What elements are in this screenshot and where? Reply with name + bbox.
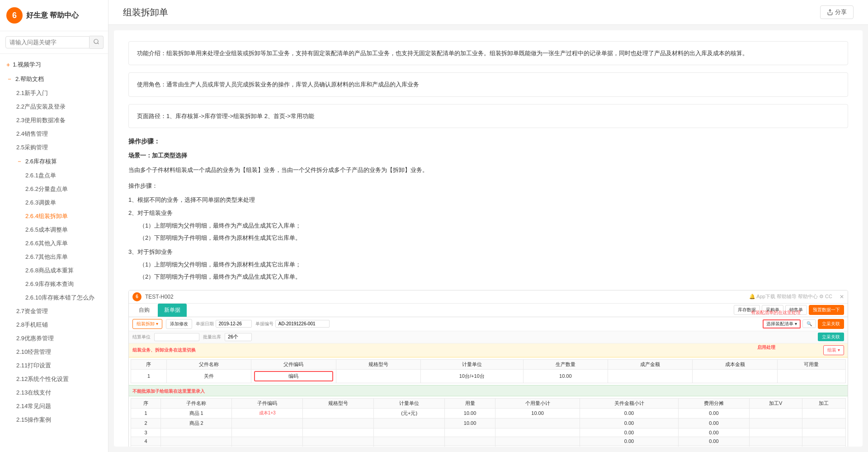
nav-sub-docs-sub5[interactable]: 2.5采购管理 xyxy=(0,141,108,154)
ss-tab-zigo[interactable]: 自购 xyxy=(132,304,156,317)
ss-btn-submit[interactable]: 立采关联 xyxy=(818,333,844,341)
ss-annotation-bulk: 不能批添加子给组装在这里置里录入 xyxy=(132,389,205,394)
nav-subsub-docs-sub6-6[interactable]: 2.6.6其他入库单 xyxy=(0,237,108,250)
scenario1-desc1: 当由多个子件材料组装成一个成品的业务为【组装】业务，当由一个父件拆分成多个子产品… xyxy=(128,165,848,176)
sidebar: 6 好生意 帮助中心 +1.视频学习－2.帮助文档2.1新手入门2.2产品安装及… xyxy=(0,0,108,452)
table-row: 5 xyxy=(131,445,846,447)
minus-icon: － xyxy=(6,75,13,83)
step3: 3、对于拆卸业务 xyxy=(128,247,848,258)
nav-sub-docs-sub3[interactable]: 2.3使用前数据准备 xyxy=(0,114,108,127)
step2: 2、对于组装业务 xyxy=(128,208,848,219)
ss-tab-new[interactable]: 新单据 xyxy=(158,304,187,317)
ss-bottom-table-container: 序 子件名称 子件编码 规格型号 计量单位 用量 个用量小计 关件金额小计 费用… xyxy=(129,396,848,447)
ss-titlebar: 6 TEST-H002 🔔 App下载 帮助辅导 帮助中心 ⚙ CC ✕ xyxy=(129,290,848,304)
ss-col-spec: 规格型号 xyxy=(336,359,420,369)
ss-annotation-enable: 启用处理 xyxy=(757,344,775,351)
nav-sub-docs-sub15[interactable]: 2.15操作案例 xyxy=(0,413,108,427)
ss-date-field: 单据日期 xyxy=(196,320,252,328)
table-row: 2 商品 2 10.00 0.00 0.00 xyxy=(131,418,846,428)
ss-col-prod-qty: 生产数量 xyxy=(523,359,608,369)
ss-btn-op1[interactable]: 组装 ▾ xyxy=(823,345,844,355)
scenario1-title: 场景一：加工类型选择 xyxy=(128,150,848,162)
nav-subsub-docs-sub6-9[interactable]: 2.6.9库存账本查询 xyxy=(0,277,108,291)
share-button[interactable]: 分享 xyxy=(820,5,854,19)
step1: 1、根据不同的业务，选择不同单据的类型来处理 xyxy=(128,195,848,206)
nav-sub-docs-sub13[interactable]: 2.13在线支付 xyxy=(0,386,108,400)
nav-subsub-docs-sub6-10[interactable]: 2.6.10库存账本错了怎么办 xyxy=(0,291,108,305)
ss-red-input[interactable]: 编码 xyxy=(254,371,333,381)
ss-acct-input[interactable] xyxy=(154,333,199,341)
ss-acct-label: 结算单位 xyxy=(132,334,151,340)
ss-date-label: 单据日期 xyxy=(196,321,214,327)
ss-date-input[interactable] xyxy=(216,320,252,328)
ss-logo: 6 xyxy=(132,292,142,301)
table-row: 40.000.00 xyxy=(131,437,846,445)
screenshot: 6 TEST-H002 🔔 App下载 帮助辅导 帮助中心 ⚙ CC ✕ 自购 … xyxy=(129,290,848,447)
plus-icon: + xyxy=(6,61,10,68)
steps-title: 操作步骤： xyxy=(128,135,848,147)
ss-col-parent-code: 父件编码 xyxy=(251,359,336,369)
ss-col-cost-amt: 成本金额 xyxy=(693,359,777,369)
ss-annotation-bom: 有装配清单的在这里处理 xyxy=(751,309,801,316)
path-desc-text: 页面路径：1、库存核算->库存管理->组装拆卸单 2、首页->常用功能 xyxy=(137,113,314,119)
logo-area: 6 好生意 帮助中心 xyxy=(0,0,108,31)
page-title: 组装拆卸单 xyxy=(123,6,168,19)
nav-sub-docs-sub10[interactable]: 2.10经营管理 xyxy=(0,345,108,359)
nav-item-docs[interactable]: －2.帮助文档 xyxy=(0,72,108,86)
nav-subsub-active-docs-sub6-4[interactable]: 2.6.4组装拆卸单 xyxy=(0,209,108,223)
ss-tab-bar: 自购 新单据 库存数据 采购单 销售单 预置数据一下 xyxy=(129,304,848,317)
nav-sub-docs-sub2[interactable]: 2.2产品安装及登录 xyxy=(0,100,108,114)
table-row: 1 商品 1 成本1+3 (元+元) 10.00 10.00 0.00 0.00 xyxy=(131,408,846,418)
search-area xyxy=(0,31,108,54)
step2-2: （2）下部明细为子件明细，最终作为原材料生成其它出库单。 xyxy=(139,233,848,244)
ss-qty-label: 批量出库 xyxy=(203,334,221,340)
step3-1: （1）上部明细为父件明细，最终作为原材料生成其它出库单； xyxy=(139,259,848,271)
content-area: 功能介绍：组装拆卸单用来处理企业组装或拆卸等加工业务，支持有固定装配清单的产品加… xyxy=(114,30,863,447)
ss-btn-action[interactable]: 添加修改 xyxy=(166,319,192,329)
nav-sub-docs-sub7[interactable]: 2.7资金管理 xyxy=(0,305,108,318)
ss-btn-add-row[interactable]: 🔍 xyxy=(802,319,816,328)
nav-subsub-docs-sub6-7[interactable]: 2.6.7其他出库单 xyxy=(0,250,108,264)
search-input[interactable] xyxy=(5,36,90,48)
ss-btn-confirm[interactable]: 立采关联 xyxy=(818,319,844,329)
nav-subsub-docs-sub6-3[interactable]: 2.6.3调拨单 xyxy=(0,196,108,209)
step3-2: （2）下部明细为子件明细，最终作为产成品生成其它入库单。 xyxy=(139,271,848,283)
ss-red-box-assign: 选择装配清单 ▾ xyxy=(763,319,801,328)
function-desc-block: 功能介绍：组装拆卸单用来处理企业组装或拆卸等加工业务，支持有固定装配清单的产品加… xyxy=(128,41,848,65)
screenshot-container: 6 TEST-H002 🔔 App下载 帮助辅导 帮助中心 ⚙ CC ✕ 自购 … xyxy=(128,290,848,447)
ss-btn-preset[interactable]: 预置数据一下 xyxy=(809,305,844,315)
ss-col-unit: 计量单位 xyxy=(420,359,523,369)
nav-sub-docs-sub4[interactable]: 2.4销售管理 xyxy=(0,127,108,141)
nav-sub-docs-sub9[interactable]: 2.9优惠券管理 xyxy=(0,332,108,345)
nav-subsub-docs-sub6-1[interactable]: 2.6.1盘点单 xyxy=(0,169,108,182)
nav-list: +1.视频学习－2.帮助文档2.1新手入门2.2产品安装及登录2.3使用前数据准… xyxy=(0,54,108,430)
ss-col-seq: 序 xyxy=(131,359,167,369)
nav-sub-docs-sub11[interactable]: 2.11打印设置 xyxy=(0,359,108,372)
nav-sub-docs-sub12[interactable]: 2.12系统个性化设置 xyxy=(0,372,108,386)
table-row: 30.000.00 xyxy=(131,428,846,437)
minus-icon: － xyxy=(16,157,23,166)
logo-text: 好生意 帮助中心 xyxy=(26,11,79,20)
nav-subsub-docs-sub6-8[interactable]: 2.6.8商品成本重算 xyxy=(0,264,108,277)
nav-sub-docs-sub1[interactable]: 2.1新手入门 xyxy=(0,86,108,100)
ss-sub-form-row: 结算单位 批量出库 立采关联 xyxy=(129,331,848,343)
ss-form-row: 组装拆卸 ▾ 添加修改 单据日期 单据编号 选择装配清单 ▾ 有装配清单的在这里… xyxy=(129,317,848,331)
ss-no-label: 单据编号 xyxy=(255,321,274,327)
ss-action-label: 组装业务、拆卸业务在这里切换 xyxy=(132,347,196,353)
function-desc-text: 功能介绍：组装拆卸单用来处理企业组装或拆卸等加工业务，支持有固定装配清单的产品加… xyxy=(137,50,748,57)
ss-top-table-container: 序 父件名称 父件编码 规格型号 计量单位 生产数量 成产金额 成本金额 可用量 xyxy=(129,357,848,385)
search-button[interactable] xyxy=(90,36,104,49)
nav-sub-docs-sub14[interactable]: 2.14常见问题 xyxy=(0,400,108,413)
path-desc-block: 页面路径：1、库存核算->库存管理->组装拆卸单 2、首页->常用功能 xyxy=(128,104,848,128)
ss-top-table: 序 父件名称 父件编码 规格型号 计量单位 生产数量 成产金额 成本金额 可用量 xyxy=(131,359,846,383)
ss-no-field: 单据编号 xyxy=(255,320,330,328)
step2-1: （1）上部明细为父件明细，最终作为产成品生成其它入库单； xyxy=(139,220,848,232)
nav-item-video[interactable]: +1.视频学习 xyxy=(0,57,108,72)
nav-item-docs-sub6[interactable]: －2.6库存核算 xyxy=(0,154,108,169)
ss-btn-type-org[interactable]: 组装拆卸 ▾ xyxy=(132,319,162,329)
ss-qty-input[interactable] xyxy=(225,333,252,341)
nav-subsub-docs-sub6-5[interactable]: 2.6.5成本调整单 xyxy=(0,223,108,237)
nav-sub-docs-sub8[interactable]: 2.8手机旺铺 xyxy=(0,318,108,332)
nav-subsub-docs-sub6-2[interactable]: 2.6.2分量盘点单 xyxy=(0,182,108,196)
ss-no-input[interactable] xyxy=(275,320,330,328)
